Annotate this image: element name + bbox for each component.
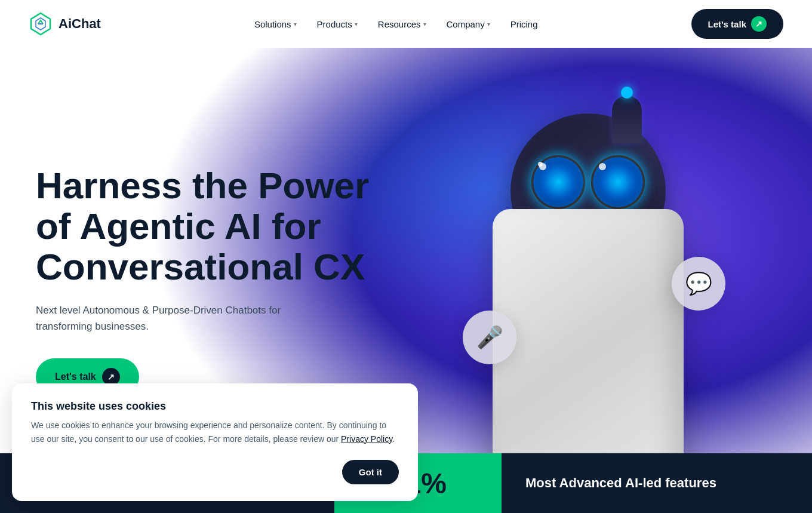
float-mic-bubble: 🎤 <box>463 311 516 364</box>
robot-container: 💬 🎤 <box>415 90 761 496</box>
cookie-title: This website uses cookies <box>31 400 399 413</box>
float-chat-bubble: 💬 <box>672 257 725 311</box>
nav-link-products[interactable]: Products ▾ <box>309 14 366 34</box>
cookie-privacy-link[interactable]: Privacy Policy <box>341 434 392 444</box>
chevron-down-icon: ▾ <box>423 21 426 27</box>
hero-subtitle: Next level Autonomous & Purpose-Driven C… <box>36 302 287 334</box>
navbar: AiChat Solutions ▾ Products ▾ Resources … <box>0 0 812 48</box>
nav-cta-button[interactable]: Let's talk ↗ <box>691 9 783 39</box>
nav-link-company[interactable]: Company ▾ <box>438 14 499 34</box>
cookie-accept-button[interactable]: Got it <box>342 460 399 484</box>
cookie-banner: This website uses cookies We use cookies… <box>12 383 418 501</box>
hero-content: Harness the Power of Agentic AI for Conv… <box>0 165 370 395</box>
nav-item-company[interactable]: Company ▾ <box>438 14 499 34</box>
robot-body <box>493 209 684 496</box>
logo-icon <box>29 12 53 36</box>
nav-link-solutions[interactable]: Solutions ▾ <box>246 14 305 34</box>
logo[interactable]: AiChat <box>29 12 101 36</box>
nav-item-solutions[interactable]: Solutions ▾ <box>246 14 305 34</box>
robot-eye-right <box>591 155 645 209</box>
nav-links: Solutions ▾ Products ▾ Resources ▾ Compa… <box>246 14 546 34</box>
chevron-down-icon: ▾ <box>355 21 358 27</box>
nav-item-pricing[interactable]: Pricing <box>502 14 546 34</box>
arrow-icon: ↗ <box>751 16 767 32</box>
nav-link-pricing[interactable]: Pricing <box>502 14 546 34</box>
nav-link-resources[interactable]: Resources ▾ <box>370 14 435 34</box>
hero-robot-illustration: 💬 🎤 <box>364 48 812 513</box>
robot-eye-left <box>531 155 585 209</box>
hero-title: Harness the Power of Agentic AI for Conv… <box>36 165 370 288</box>
strip-right-text: Most Advanced AI-led features <box>525 475 716 492</box>
cookie-text: We use cookies to enhance your browsing … <box>31 419 399 446</box>
chevron-down-icon: ▾ <box>487 21 490 27</box>
nav-item-products[interactable]: Products ▾ <box>309 14 366 34</box>
cookie-footer: Got it <box>31 450 399 484</box>
chevron-down-icon: ▾ <box>294 21 297 27</box>
logo-text: AiChat <box>59 16 101 32</box>
nav-item-resources[interactable]: Resources ▾ <box>370 14 435 34</box>
robot-antenna <box>612 96 642 143</box>
strip-right: Most Advanced AI-led features <box>502 453 812 513</box>
